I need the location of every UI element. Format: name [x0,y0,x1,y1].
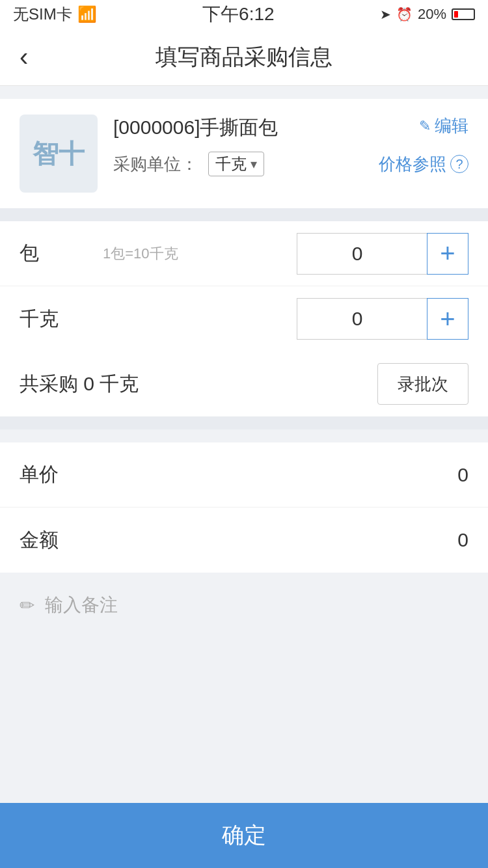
kg-input-row: 千克 + [0,286,488,351]
wifi-icon: 📶 [77,5,97,23]
kg-plus-button[interactable]: + [427,298,468,340]
carrier-text: 无SIM卡 [13,4,72,25]
unit-price-value: 0 [457,464,468,486]
edit-label: 编辑 [435,115,468,137]
bag-sublabel: 1包=10千克 [103,244,178,264]
status-left: 无SIM卡 📶 [13,4,97,25]
nav-title: 填写商品采购信息 [156,42,332,72]
summary-row: 共采购 0 千克 录批次 [0,351,488,416]
battery-percent: 20% [418,6,446,23]
product-thumbnail: 智十 [20,115,98,193]
bag-label: 包 [20,240,98,267]
unit-text: 千克 [215,154,247,174]
edit-button[interactable]: ✎ 编辑 [419,115,468,137]
back-button[interactable]: ‹ [20,42,28,72]
battery-icon [452,8,475,20]
product-unit-row: 采购单位： 千克 ▾ 价格参照 ? [113,152,468,176]
status-right: ➤ ⏰ 20% [380,6,475,23]
price-ref-label: 价格参照 [379,153,446,176]
price-ref-button[interactable]: 价格参照 ? [379,153,468,176]
purchase-unit-label: 采购单位： [113,153,198,176]
confirm-button[interactable]: 确定 [0,803,488,868]
notes-pencil-icon: ✏ [20,595,34,616]
alarm-icon: ⏰ [396,7,413,22]
amount-row: 金额 0 [0,508,488,573]
content-bottom [0,638,488,820]
location-icon: ➤ [380,7,391,22]
bag-input-wrap: + [297,233,468,275]
nav-bar: ‹ 填写商品采购信息 [0,29,488,86]
product-name: [0000006]手撕面包 [113,115,468,141]
status-time: 下午6:12 [202,2,275,27]
bag-input-row: 包 1包=10千克 + [0,221,488,286]
batch-button[interactable]: 录批次 [377,363,468,405]
unit-price-row: 单价 0 [0,442,488,508]
help-icon: ? [450,155,468,173]
edit-pencil-icon: ✎ [419,118,431,135]
unit-price-label: 单价 [20,461,59,488]
notes-placeholder: 输入备注 [45,593,118,617]
section-divider-2 [0,416,488,429]
product-card: 智十 [0000006]手撕面包 采购单位： 千克 ▾ 价格参照 ? ✎ 编辑 [0,99,488,208]
amount-label: 金额 [20,527,59,554]
product-thumb-text: 智十 [33,136,85,172]
notes-section[interactable]: ✏ 输入备注 [0,573,488,638]
kg-label: 千克 [20,306,98,332]
input-section: 包 1包=10千克 + 千克 + [0,221,488,351]
unit-arrow-icon: ▾ [251,156,257,172]
section-divider-1 [0,208,488,221]
kg-quantity-input[interactable] [297,298,427,340]
kg-input-wrap: + [297,298,468,340]
summary-text: 共采购 0 千克 [20,371,139,398]
product-info: [0000006]手撕面包 采购单位： 千克 ▾ 价格参照 ? [113,115,468,176]
price-section: 单价 0 金额 0 [0,442,488,573]
status-bar: 无SIM卡 📶 下午6:12 ➤ ⏰ 20% [0,0,488,29]
bag-plus-button[interactable]: + [427,233,468,275]
amount-value: 0 [457,529,468,551]
bag-quantity-input[interactable] [297,233,427,275]
unit-badge[interactable]: 千克 ▾ [208,152,264,176]
